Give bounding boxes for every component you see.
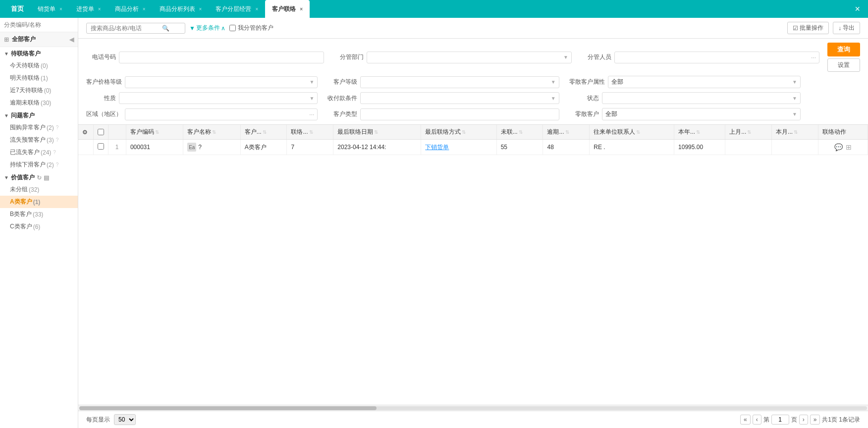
nav-customer-layer[interactable]: 客户分层经营 × xyxy=(209,0,265,18)
sidebar-item-declining[interactable]: 持续下滑客户 (2) ? xyxy=(0,159,78,171)
my-customers-checkbox-label[interactable]: 我分管的客户 xyxy=(229,24,273,32)
close-customer-layer-tab[interactable]: × xyxy=(255,6,258,12)
nav-purchase[interactable]: 进货单 × xyxy=(69,0,108,18)
sidebar-item-class-b[interactable]: B类客户 (33) xyxy=(0,208,78,220)
sort-not-contacted-icon[interactable]: ⇅ xyxy=(519,129,523,135)
phone-input[interactable] xyxy=(119,52,324,63)
batch-op-button[interactable]: ☑ 批量操作 xyxy=(787,22,829,34)
sidebar-item-churned[interactable]: 已流失客户 (24) ? xyxy=(0,146,78,159)
close-customer-contact-tab[interactable]: × xyxy=(300,6,303,12)
sidebar-item-class-a[interactable]: A类客户 (1) xyxy=(0,196,78,208)
row-last-method[interactable]: 下销货单 xyxy=(421,140,496,155)
sidebar-group-pending[interactable]: ▼ 待联络客户 xyxy=(0,47,78,59)
sidebar-item-unclassified[interactable]: 未分组 (32) xyxy=(0,183,78,196)
scroll-track[interactable] xyxy=(79,406,867,410)
close-sales-tab[interactable]: × xyxy=(59,6,62,12)
sidebar-item-today[interactable]: 今天待联络 (0) xyxy=(0,59,78,72)
sort-code-icon[interactable]: ⇅ xyxy=(155,129,159,135)
value-refresh-icon[interactable]: ↻ xyxy=(37,174,42,181)
th-unit-contact[interactable]: 往来单位联系人 ⇅ xyxy=(590,125,674,140)
th-code[interactable]: 客户编码 ⇅ xyxy=(126,125,183,140)
sidebar-all-customers[interactable]: ⊞ 全部客户 ◀ xyxy=(0,32,78,47)
chat-icon[interactable]: 💬 xyxy=(834,143,843,151)
sort-last-date-icon[interactable]: ⇅ xyxy=(374,129,378,135)
scroll-thumb[interactable] xyxy=(79,406,377,410)
region-more-icon[interactable]: ··· xyxy=(309,111,314,118)
th-this-month[interactable]: 本月... ⇅ xyxy=(772,125,818,140)
sidebar-item-tomorrow[interactable]: 明天待联络 (1) xyxy=(0,72,78,84)
price-level-dropdown[interactable]: ▼ xyxy=(125,76,318,88)
close-goods-list-tab[interactable]: × xyxy=(199,6,202,12)
last-page-btn[interactable]: » xyxy=(810,415,820,425)
filter-search-input[interactable] xyxy=(91,25,160,32)
th-this-year[interactable]: 本年... ⇅ xyxy=(674,125,725,140)
th-last-month[interactable]: 上月... ⇅ xyxy=(725,125,772,140)
sort-last-month-icon[interactable]: ⇅ xyxy=(747,129,751,135)
region-input[interactable]: ··· xyxy=(125,108,318,120)
th-contact[interactable]: 联络... ⇅ xyxy=(287,125,333,140)
th-gear[interactable]: ⚙ xyxy=(78,125,93,140)
close-purchase-tab[interactable]: × xyxy=(98,6,101,12)
page-num-input[interactable] xyxy=(771,415,789,425)
sidebar-item-hoard[interactable]: 囤购异常客户 (2) ? xyxy=(0,121,78,134)
nav-goods-list[interactable]: 商品分析列表 × xyxy=(153,0,209,18)
close-all-tabs[interactable]: × xyxy=(851,4,864,14)
hoard-help-icon[interactable]: ? xyxy=(56,125,59,130)
row-checkbox[interactable] xyxy=(98,143,104,150)
select-all-checkbox[interactable] xyxy=(98,129,104,135)
export-button[interactable]: ↓ 导出 xyxy=(833,22,860,34)
customer-level-dropdown[interactable]: ▼ xyxy=(360,76,559,88)
dept-dropdown[interactable]: ▼ xyxy=(367,52,572,63)
setting-button[interactable]: 设置 xyxy=(827,58,860,72)
sort-this-month-icon[interactable]: ⇅ xyxy=(794,129,798,135)
my-customers-checkbox[interactable] xyxy=(229,25,236,31)
query-button[interactable]: 查询 xyxy=(827,43,860,56)
th-category[interactable]: 客户... ⇅ xyxy=(240,125,287,140)
page-size-select[interactable]: 50 xyxy=(114,414,136,425)
grid-action-icon[interactable]: ⊞ xyxy=(846,143,852,151)
prev-page-btn[interactable]: ‹ xyxy=(753,415,761,425)
th-not-contacted[interactable]: 未联... ⇅ xyxy=(496,125,543,140)
nav-sales[interactable]: 销货单 × xyxy=(31,0,69,18)
declining-help-icon[interactable]: ? xyxy=(56,162,59,167)
sidebar-group-value[interactable]: ▼ 价值客户 ↻ ▤ xyxy=(0,171,78,183)
status-dropdown[interactable]: ▼ xyxy=(602,92,801,104)
retail-dropdown[interactable]: 全部 ▼ xyxy=(602,108,801,120)
filter-search-icon[interactable]: 🔍 xyxy=(162,25,169,32)
churn-warning-help-icon[interactable]: ? xyxy=(56,137,59,143)
close-goods-analysis-tab[interactable]: × xyxy=(143,6,146,12)
nav-customer-contact[interactable]: 客户联络 × xyxy=(265,0,310,18)
horizontal-scrollbar[interactable] xyxy=(78,405,868,411)
th-last-method[interactable]: 最后联络方式 ⇅ xyxy=(421,125,496,140)
th-overdue[interactable]: 逾期... ⇅ xyxy=(543,125,590,140)
collapse-icon[interactable]: ◀ xyxy=(69,36,74,43)
th-name[interactable]: 客户名称 ⇅ xyxy=(183,125,240,140)
th-last-date[interactable]: 最后联络日期 ⇅ xyxy=(333,125,421,140)
payment-dropdown[interactable]: ▼ xyxy=(360,92,559,104)
sort-name-icon[interactable]: ⇅ xyxy=(212,129,216,135)
nature-dropdown[interactable]: ▼ xyxy=(119,92,318,104)
customer-type-input[interactable] xyxy=(360,108,559,120)
sort-overdue-icon[interactable]: ⇅ xyxy=(565,129,569,135)
sort-this-year-icon[interactable]: ⇅ xyxy=(696,129,700,135)
table-scroll[interactable]: ⚙ 客户编码 ⇅ xyxy=(78,125,868,405)
sidebar-item-7days[interactable]: 近7天待联络 (0) xyxy=(0,84,78,97)
sort-unit-contact-icon[interactable]: ⇅ xyxy=(636,129,640,135)
first-page-btn[interactable]: « xyxy=(740,415,751,425)
sort-category-icon[interactable]: ⇅ xyxy=(263,129,267,135)
sort-last-method-icon[interactable]: ⇅ xyxy=(462,129,466,135)
sidebar-group-problem[interactable]: ▼ 问题客户 xyxy=(0,109,78,121)
churned-help-icon[interactable]: ? xyxy=(53,150,56,155)
filter-more-btn[interactable]: ▼ 更多条件 ∧ xyxy=(189,24,225,32)
value-add-icon[interactable]: ▤ xyxy=(44,174,49,181)
sidebar-item-class-c[interactable]: C类客户 (6) xyxy=(0,220,78,233)
person-input[interactable]: ··· xyxy=(614,52,819,63)
nav-home[interactable]: 首页 xyxy=(4,0,31,18)
sidebar-item-churn-warning[interactable]: 流失预警客户 (3) ? xyxy=(0,134,78,146)
sidebar-search-input[interactable] xyxy=(4,21,78,28)
next-page-btn[interactable]: › xyxy=(799,415,808,425)
sort-contact-icon[interactable]: ⇅ xyxy=(309,129,313,135)
person-more-icon[interactable]: ··· xyxy=(811,54,816,61)
retail-attr-dropdown[interactable]: 全部 ▼ xyxy=(608,76,801,88)
sidebar-item-overdue[interactable]: 逾期未联络 (30) xyxy=(0,97,78,109)
